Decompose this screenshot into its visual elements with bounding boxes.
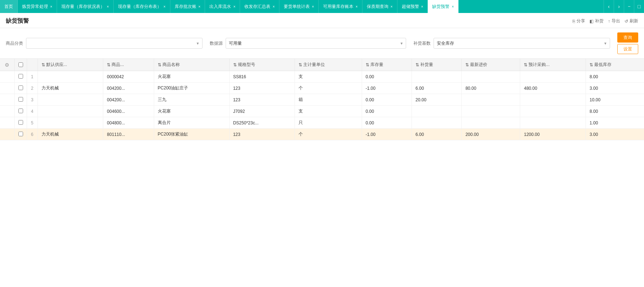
nav-tab-batch-account[interactable]: 库存批次账× — [170, 0, 205, 13]
row-checkbox-2[interactable] — [18, 97, 23, 102]
cell-supplier — [38, 117, 103, 129]
datasource-filter-group: 数据源 可用量 ▼ — [210, 38, 406, 49]
row-checkbox-1[interactable] — [18, 85, 23, 90]
nav-tab-close-shortage[interactable]: × — [452, 5, 454, 9]
column-header-stock-qty[interactable]: ⇅ 库存量 — [362, 59, 412, 71]
nav-tab-close-expiry-query[interactable]: × — [391, 5, 393, 9]
nav-tab-requisition-stat[interactable]: 要货单统计表× — [279, 0, 319, 13]
export-button[interactable]: ↑ 导出 — [608, 18, 620, 24]
cell-latest-price — [462, 94, 520, 106]
row-checkbox-3[interactable] — [18, 109, 23, 113]
row-checkbox-cell[interactable] — [14, 71, 27, 83]
row-number: 5 — [27, 117, 38, 129]
column-header-product-code[interactable]: ⇅ 商品... — [103, 59, 154, 71]
nav-scroll-left[interactable]: ‹ — [604, 0, 614, 13]
gear-settings-icon[interactable]: ⚙ — [5, 62, 9, 68]
category-select[interactable] — [26, 38, 203, 49]
nav-tab-label: 库存批次账 — [175, 4, 196, 10]
nav-tab-close-inventory-dist[interactable]: × — [164, 5, 166, 9]
filter-bar: 商品分类 ▼ 数据源 可用量 ▼ 补货基数 安全库存 ▼ 查询 设置 — [0, 28, 644, 59]
nav-tab-close-receipt-summary[interactable]: × — [273, 5, 275, 9]
cell-spec-model: SS816 — [229, 71, 295, 83]
nav-tab-close-abnormal[interactable]: × — [50, 5, 52, 9]
nav-bar: 首页炼货异常处理×现存量（库存状况表）×现存量（库存分布表）×库存批次账×出入库… — [0, 0, 644, 13]
column-header-product-name[interactable]: ⇅ 商品名称 — [154, 59, 229, 71]
row-checkbox-cell[interactable] — [14, 117, 27, 129]
restock-basis-filter-group: 补货基数 安全库存 ▼ — [413, 38, 610, 49]
row-checkbox-0[interactable] — [18, 74, 23, 79]
cell-product-name: 火花塞 — [154, 71, 229, 83]
nav-tab-label: 超储预警 — [402, 4, 419, 10]
restock-icon: ◧ — [589, 19, 593, 24]
query-button[interactable]: 查询 — [617, 32, 638, 43]
cell-unit: 个 — [295, 83, 362, 94]
nav-tab-close-requisition-stat[interactable]: × — [312, 5, 314, 9]
category-select-wrapper: ▼ — [26, 38, 203, 49]
cell-product-name: 离合片 — [154, 117, 229, 129]
refresh-button[interactable]: ↺ 刷新 — [625, 18, 638, 24]
page-header: 缺货预警 ⎘ 分享 ◧ 补货 ↑ 导出 ↺ 刷新 — [0, 13, 644, 28]
cell-supplier: 力天机械 — [38, 129, 103, 140]
row-checkbox-cell[interactable] — [14, 129, 27, 140]
nav-tab-close-overstock[interactable]: × — [421, 5, 423, 9]
cell-product-code: 004800... — [103, 117, 154, 129]
nav-tab-abnormal[interactable]: 炼货异常处理× — [18, 0, 57, 13]
header-actions: ⎘ 分享 ◧ 补货 ↑ 导出 ↺ 刷新 — [573, 18, 638, 24]
row-checkbox-cell[interactable] — [14, 94, 27, 106]
settings-button[interactable]: 设置 — [617, 44, 638, 54]
nav-tab-close-inout-flow[interactable]: × — [233, 5, 235, 9]
nav-tab-expiry-query[interactable]: 保质期查询× — [362, 0, 397, 13]
cell-latest-price: 80.00 — [462, 83, 520, 94]
column-header-supplier[interactable]: ⇅ 默认供应... — [38, 59, 103, 71]
cell-product-name: PC200张紧油缸 — [154, 129, 229, 140]
share-button[interactable]: ⎘ 分享 — [573, 18, 585, 24]
column-header-checkbox[interactable] — [14, 59, 27, 71]
row-checkbox-4[interactable] — [18, 120, 23, 125]
cell-product-code: 801110... — [103, 129, 154, 140]
nav-tab-available-ledger[interactable]: 可用量库存账本× — [319, 0, 362, 13]
row-gear-cell — [0, 83, 14, 94]
row-checkbox-cell[interactable] — [14, 83, 27, 94]
datasource-select[interactable]: 可用量 — [226, 38, 406, 49]
nav-tab-inventory-status[interactable]: 现存量（库存状况表）× — [57, 0, 114, 13]
nav-tab-home[interactable]: 首页 — [0, 0, 18, 13]
nav-maximize[interactable]: □ — [634, 0, 644, 13]
select-all-checkbox[interactable] — [18, 62, 23, 67]
column-header-spec[interactable]: ⇅ 规格型号 — [229, 59, 295, 71]
table-row: 4 004600... 火花塞 J7092 支 0.00 8.00 — [0, 106, 644, 117]
row-number: 3 — [27, 94, 38, 106]
nav-tab-overstock[interactable]: 超储预警× — [397, 0, 428, 13]
column-header-restock-qty[interactable]: ⇅ 补货量 — [412, 59, 462, 71]
row-checkbox-cell[interactable] — [14, 106, 27, 117]
nav-tab-close-available-ledger[interactable]: × — [356, 5, 358, 9]
nav-tab-label: 可用量库存账本 — [323, 4, 353, 10]
nav-tab-inventory-dist[interactable]: 现存量（库存分布表）× — [114, 0, 170, 13]
nav-tab-inout-flow[interactable]: 出入库流水× — [205, 0, 240, 13]
nav-tab-close-batch-account[interactable]: × — [199, 5, 201, 9]
cell-product-name: 火花塞 — [154, 106, 229, 117]
sort-icon: ⇅ — [366, 62, 369, 67]
nav-tab-shortage[interactable]: 缺货预警× — [428, 0, 458, 13]
cell-restock-qty: 20.00 — [412, 94, 462, 106]
column-header-gear[interactable]: ⚙ — [0, 59, 14, 71]
row-checkbox-5[interactable] — [18, 132, 23, 136]
nav-tab-label: 保质期查询 — [367, 4, 388, 10]
nav-tab-label: 现存量（库存状况表） — [61, 4, 105, 10]
cell-stock-qty: -1.00 — [362, 83, 412, 94]
restock-button[interactable]: ◧ 补货 — [589, 18, 604, 24]
cell-restock-qty — [412, 106, 462, 117]
row-number: 2 — [27, 83, 38, 94]
cell-latest-price — [462, 117, 520, 129]
nav-tab-receipt-summary[interactable]: 收发存汇总表× — [240, 0, 279, 13]
nav-tab-label: 缺货预警 — [432, 4, 449, 10]
cell-min-stock: 8.00 — [586, 71, 644, 83]
nav-scroll-right[interactable]: › — [614, 0, 624, 13]
column-header-unit[interactable]: ⇅ 主计量单位 — [295, 59, 362, 71]
cell-estimated-purchase — [520, 117, 586, 129]
nav-tab-close-inventory-status[interactable]: × — [107, 5, 109, 9]
nav-minimize[interactable]: － — [624, 0, 634, 13]
column-header-latest-price[interactable]: ⇅ 最新进价 — [462, 59, 520, 71]
restock-basis-select[interactable]: 安全库存 — [434, 38, 610, 49]
column-header-min-stock[interactable]: ⇅ 最低库存 — [586, 59, 644, 71]
column-header-estimated-purchase[interactable]: ⇅ 预计采购... — [520, 59, 586, 71]
